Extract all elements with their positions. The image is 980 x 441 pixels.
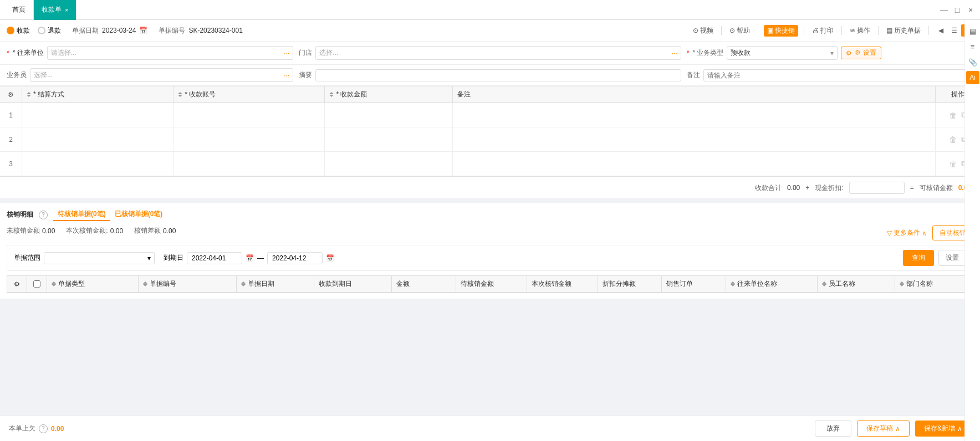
- sort-settlement[interactable]: [27, 92, 31, 97]
- sort-amount[interactable]: [329, 92, 334, 97]
- settings-button[interactable]: ⚙ ⚙ 设置: [841, 47, 881, 59]
- sidebar-attach-icon[interactable]: 📎: [966, 55, 979, 69]
- cal-end-icon[interactable]: 📅: [326, 254, 334, 262]
- td-account-1[interactable]: [173, 103, 325, 127]
- td-amount-2[interactable]: [325, 127, 453, 151]
- cal-start-icon[interactable]: 📅: [246, 254, 254, 262]
- list-view-icon[interactable]: ☰: [948, 24, 960, 37]
- save-new-button[interactable]: 保存&新增 ∧: [915, 421, 971, 437]
- party-input[interactable]: 请选择... ···: [47, 46, 294, 60]
- receipt-radio[interactable]: 收款: [7, 26, 30, 35]
- chevron-up-icon: ∧: [922, 229, 927, 237]
- info-icon[interactable]: ?: [39, 211, 48, 219]
- bth-type: 单据类型: [47, 276, 139, 292]
- staff-more-icon[interactable]: ···: [284, 71, 289, 79]
- sort-account[interactable]: [178, 92, 182, 97]
- discard-button[interactable]: 放弃: [815, 421, 851, 437]
- maximize-button[interactable]: □: [952, 5, 962, 15]
- sidebar-table-icon[interactable]: ▤: [966, 24, 979, 38]
- number-value[interactable]: SK-20230324-001: [188, 27, 242, 34]
- summary-input[interactable]: [315, 69, 681, 81]
- td-num-1: 1: [0, 103, 22, 127]
- date-calendar-icon[interactable]: 📅: [139, 27, 147, 34]
- th-gear[interactable]: ⚙: [0, 88, 22, 102]
- party-label: * 往来单位: [13, 48, 44, 58]
- due-date-end-input[interactable]: [267, 252, 323, 264]
- delete-row3-icon[interactable]: 🗑: [949, 160, 957, 168]
- store-more-icon[interactable]: ···: [672, 49, 677, 57]
- query-button[interactable]: 查询: [903, 250, 934, 266]
- range-select[interactable]: ▾: [44, 252, 155, 264]
- bth-cb[interactable]: [27, 276, 47, 292]
- nav-prev-button[interactable]: ◀: [935, 24, 947, 37]
- close-button[interactable]: ×: [966, 5, 976, 15]
- td-notes-1[interactable]: [453, 103, 936, 127]
- td-notes-3[interactable]: [453, 152, 936, 176]
- td-notes-2[interactable]: [453, 127, 936, 151]
- this-time-stat: 本次核销金额: 0.00: [66, 226, 123, 235]
- equals-sign: =: [910, 184, 914, 192]
- table-row: 2 🗑 ⧉: [0, 127, 980, 152]
- shortcut-button[interactable]: ▣ 快捷键: [764, 25, 798, 37]
- verified-tab[interactable]: 已核销单据(0笔): [110, 208, 167, 221]
- bth-date: 单据日期: [237, 276, 314, 292]
- party-more-icon[interactable]: ···: [284, 49, 289, 57]
- pending-tab[interactable]: 待核销单据(0笔): [53, 208, 110, 221]
- tab-home[interactable]: 首页: [4, 0, 34, 20]
- tab-home-label: 首页: [12, 5, 25, 14]
- bth-discount: 折扣分摊额: [598, 276, 662, 292]
- help-button[interactable]: ⊙ 帮助: [727, 25, 752, 37]
- refund-radio[interactable]: 退款: [38, 26, 61, 35]
- bth-pending: 待核销金额: [456, 276, 527, 292]
- minimize-button[interactable]: —: [939, 5, 949, 15]
- sidebar-ai-icon[interactable]: Ai: [966, 71, 979, 84]
- right-sidebar: ▤ ≡ 📎 Ai: [964, 20, 980, 441]
- notes-input[interactable]: [703, 69, 973, 81]
- notes-label: 备注: [687, 70, 700, 80]
- unclaimed-stat: 未核销金额 0.00: [7, 226, 55, 235]
- history-icon: ▤: [886, 27, 892, 34]
- sort-docnum[interactable]: [143, 281, 147, 286]
- save-draft-button[interactable]: 保存草稿 ∧: [857, 421, 910, 437]
- number-label: 单据编号: [159, 26, 185, 35]
- tab-current[interactable]: 收款单 ×: [34, 0, 76, 20]
- bth-gear[interactable]: ⚙: [7, 276, 27, 292]
- divider3: [804, 26, 804, 35]
- operations-button[interactable]: ≋ 操作: [848, 25, 872, 37]
- business-type-select[interactable]: 预收款 ▾: [727, 46, 838, 60]
- more-conditions-button[interactable]: ▽ 更多条件 ∧: [887, 228, 927, 238]
- tab-close-icon[interactable]: ×: [65, 7, 68, 13]
- td-amount-1[interactable]: [325, 103, 453, 127]
- history-button[interactable]: ▤ 历史单据: [884, 25, 923, 37]
- td-settlement-3[interactable]: [22, 152, 173, 176]
- due-date-start-input[interactable]: [187, 252, 242, 264]
- select-all-checkbox[interactable]: [33, 280, 40, 288]
- th-settlement: * 结算方式: [22, 86, 173, 102]
- store-input[interactable]: 选择... ···: [315, 46, 681, 60]
- range-field: 单据范围 ▾: [14, 252, 155, 264]
- delete-row2-icon[interactable]: 🗑: [949, 135, 957, 144]
- sort-staff[interactable]: [822, 281, 826, 286]
- print-button[interactable]: 🖨 打印: [810, 25, 836, 37]
- sort-client[interactable]: [731, 281, 735, 286]
- td-account-2[interactable]: [173, 127, 325, 151]
- new-arrow-icon: ∧: [957, 425, 962, 433]
- sales-staff-input[interactable]: 选择... ···: [30, 68, 293, 82]
- store-field: 门店 选择... ···: [299, 46, 681, 60]
- td-amount-3[interactable]: [325, 152, 453, 176]
- sidebar-list-icon[interactable]: ≡: [966, 40, 979, 53]
- date-value[interactable]: 2023-03-24: [102, 27, 136, 34]
- discount-input[interactable]: [849, 182, 905, 194]
- sort-dept[interactable]: [900, 281, 904, 286]
- video-button[interactable]: ⊙ 视频: [691, 25, 716, 37]
- total-label: 收款合计: [755, 183, 782, 193]
- settings-small-button[interactable]: 设置: [938, 250, 966, 266]
- td-settlement-1[interactable]: [22, 103, 173, 127]
- prev-info-icon[interactable]: ?: [39, 424, 48, 433]
- main-content: 收款 退款 单据日期 2023-03-24 📅 单据编号 SK-20230324…: [0, 20, 980, 299]
- td-account-3[interactable]: [173, 152, 325, 176]
- sort-date[interactable]: [241, 281, 246, 286]
- td-settlement-2[interactable]: [22, 127, 173, 151]
- delete-row1-icon[interactable]: 🗑: [949, 111, 957, 120]
- sort-type[interactable]: [52, 281, 56, 286]
